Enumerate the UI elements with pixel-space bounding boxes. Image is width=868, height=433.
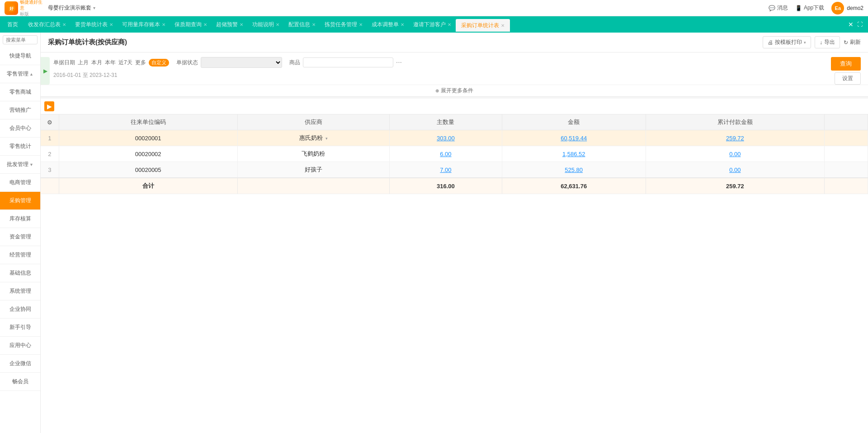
settings-gear-icon: ⚙ bbox=[47, 119, 52, 126]
shortcut-shangyue[interactable]: 上月 bbox=[78, 59, 89, 67]
query-btn[interactable]: 查询 bbox=[831, 57, 861, 71]
caigouguanli-label: 采购管理 bbox=[9, 197, 31, 205]
tab-gongneng-close-icon[interactable]: ✕ bbox=[276, 22, 279, 27]
expand-more-label: 展开更多条件 bbox=[441, 87, 473, 95]
sidebar-item-jichuxinxi[interactable]: 基础信息 bbox=[0, 264, 40, 282]
shortcut-benyue[interactable]: 本月 bbox=[91, 59, 102, 67]
sidebar-item-xinshouyindao[interactable]: 新手引导 bbox=[0, 319, 40, 337]
cell-amount-2[interactable]: 1,586.52 bbox=[502, 146, 646, 162]
avatar: Ea bbox=[831, 2, 844, 14]
print-btn[interactable]: 🖨 按模板打印 ▾ bbox=[763, 36, 811, 48]
user-area[interactable]: Ea demo2 bbox=[831, 2, 863, 14]
arrow-expand-btn[interactable]: ▶ bbox=[44, 101, 54, 111]
shortcut-bennian[interactable]: 本年 bbox=[105, 59, 116, 67]
app-download-btn[interactable]: 📱 App下载 bbox=[795, 4, 824, 12]
jichuxinxi-label: 基础信息 bbox=[9, 269, 31, 277]
cell-qty-2[interactable]: 6.00 bbox=[390, 146, 502, 162]
close-tab-icon[interactable]: ✕ bbox=[848, 21, 854, 28]
goods-filter: 商品 ··· bbox=[289, 57, 402, 67]
sidebar-item-yingxiao[interactable]: 营销推广 bbox=[0, 101, 40, 119]
filter-right-actions: 查询 设置 bbox=[824, 57, 868, 85]
col-supplier-header: 供应商 bbox=[237, 114, 389, 130]
filter-collapse-toggle[interactable]: ▶ bbox=[41, 57, 50, 85]
sidebar-item-yingyongzhongxin[interactable]: 应用中心 bbox=[0, 337, 40, 355]
sidebar-item-changhyueyuan[interactable]: 畅会员 bbox=[0, 373, 40, 391]
tab-peizhixinxi[interactable]: 配置信息 ✕ bbox=[284, 18, 320, 31]
lingshiguanli-label: 零售管理 bbox=[7, 70, 28, 78]
cell-qty-3[interactable]: 7.00 bbox=[390, 162, 502, 178]
tab-peizhixinxi-close-icon[interactable]: ✕ bbox=[312, 22, 316, 27]
search-input[interactable] bbox=[3, 35, 38, 44]
tab-jianhuo[interactable]: 拣货任务管理 ✕ bbox=[320, 18, 367, 31]
tab-gongneng-label: 功能说明 bbox=[252, 21, 274, 29]
workspace-selector[interactable]: 母婴行业演示账套 ▾ bbox=[48, 4, 95, 12]
shortcut-gengduo[interactable]: 更多 bbox=[135, 59, 146, 67]
goods-input[interactable] bbox=[303, 57, 393, 67]
tab-baozhiqi[interactable]: 保质期查询 ✕ bbox=[170, 18, 212, 31]
col-settings-header[interactable]: ⚙ bbox=[41, 114, 59, 130]
tab-caigou-label: 采购订单统计表 bbox=[461, 22, 499, 29]
tab-chaochuyujing-close-icon[interactable]: ✕ bbox=[240, 22, 243, 27]
status-label: 单据状态 bbox=[176, 59, 198, 67]
query-label: 查询 bbox=[840, 60, 852, 67]
sidebar-item-lingsheishangcheng[interactable]: 零售商城 bbox=[0, 83, 40, 101]
tab-yaoqing-close-icon[interactable]: ✕ bbox=[448, 22, 451, 27]
tab-home[interactable]: 首页 bbox=[2, 18, 24, 31]
tab-baozhiqi-close-icon[interactable]: ✕ bbox=[203, 22, 207, 27]
sidebar-item-zijinguanli[interactable]: 资金管理 bbox=[0, 228, 40, 246]
refresh-btn[interactable]: ↻ 刷新 bbox=[844, 38, 861, 46]
sidebar-item-caigou-active[interactable]: 采购管理 bbox=[0, 192, 40, 210]
tab-keyongliang[interactable]: 可用量库存账本 ✕ bbox=[118, 18, 170, 31]
sidebar-item-qiyeweixin[interactable]: 企业微信 bbox=[0, 355, 40, 373]
status-select[interactable] bbox=[201, 57, 282, 68]
logo-icon: 好 bbox=[5, 1, 18, 15]
cell-paid-3[interactable]: 0.00 bbox=[646, 162, 824, 178]
footer-amount: 62,631.76 bbox=[502, 178, 646, 194]
tab-yaohuo-label: 要货单统计表 bbox=[75, 21, 108, 29]
sidebar-item-xitongguanli[interactable]: 系统管理 bbox=[0, 282, 40, 300]
maximize-tab-icon[interactable]: ⛶ bbox=[857, 21, 863, 28]
settings-btn[interactable]: 设置 bbox=[835, 72, 861, 85]
tab-jianhuo-close-icon[interactable]: ✕ bbox=[359, 22, 363, 27]
tab-keyongliang-close-icon[interactable]: ✕ bbox=[162, 22, 165, 27]
shortcut-jin7tian[interactable]: 近7天 bbox=[118, 59, 132, 67]
tab-chaochuyujing[interactable]: 超储预警 ✕ bbox=[212, 18, 248, 31]
cell-paid-2[interactable]: 0.00 bbox=[646, 146, 824, 162]
message-btn[interactable]: 💬 消息 bbox=[769, 4, 788, 12]
tab-yaohuo[interactable]: 要货单统计表 ✕ bbox=[71, 18, 118, 31]
tab-shoufacun-close-icon[interactable]: ✕ bbox=[62, 22, 66, 27]
export-icon: ↓ bbox=[820, 39, 822, 46]
tab-caigou-active[interactable]: 采购订单统计表 ✕ bbox=[456, 19, 510, 32]
sidebar-item-pifaguanli[interactable]: 批发管理 ▼ bbox=[0, 156, 40, 174]
cell-num-1: 1 bbox=[41, 130, 59, 146]
tab-yaoqing[interactable]: 邀请下游客户 ✕ bbox=[409, 18, 456, 31]
tab-yaohuo-close-icon[interactable]: ✕ bbox=[109, 22, 113, 27]
sidebar-item-kucunhesuan[interactable]: 库存核算 bbox=[0, 210, 40, 228]
nav-tabs-bar: 首页 收发存汇总表 ✕ 要货单统计表 ✕ 可用量库存账本 ✕ 保质期查询 ✕ 超… bbox=[0, 16, 868, 33]
sidebar-item-qiyexietong[interactable]: 企业协同 bbox=[0, 300, 40, 319]
goods-more-icon[interactable]: ··· bbox=[396, 58, 402, 67]
table-container: ⚙ 往来单位编码 供应商 主数量 金额 累计付款金额 1 00020001 bbox=[41, 114, 868, 433]
tab-caigou-close-icon[interactable]: ✕ bbox=[501, 23, 505, 28]
cell-paid-1[interactable]: 259.72 bbox=[646, 130, 824, 146]
sidebar-item-huiyuan[interactable]: 会员中心 bbox=[0, 119, 40, 138]
cell-amount-1[interactable]: 60,519.44 bbox=[502, 130, 646, 146]
tab-chengbentiaozhendan-close-icon[interactable]: ✕ bbox=[401, 22, 404, 27]
tab-yaoqing-label: 邀请下游客户 bbox=[413, 21, 446, 29]
cell-extra-2 bbox=[825, 146, 868, 162]
nav-tabs-end: ✕ ⛶ bbox=[844, 21, 866, 28]
tab-shoufacun[interactable]: 收发存汇总表 ✕ bbox=[24, 18, 71, 31]
export-btn[interactable]: ↓ 导出 bbox=[815, 36, 840, 48]
cell-num-3: 3 bbox=[41, 162, 59, 178]
filter-section: ▶ 单据日期 上月 本月 本年 近7天 更多 自定义 bbox=[41, 52, 868, 97]
expand-more-btn[interactable]: ⊕ 展开更多条件 bbox=[435, 87, 473, 95]
cell-amount-3[interactable]: 525.80 bbox=[502, 162, 646, 178]
sidebar-item-lingshitongji[interactable]: 零售统计 bbox=[0, 138, 40, 156]
tab-chengbentiaozhendan[interactable]: 成本调整单 ✕ bbox=[367, 18, 409, 31]
cell-qty-1[interactable]: 303.00 bbox=[390, 130, 502, 146]
sidebar-item-jingyingguanli[interactable]: 经营管理 bbox=[0, 246, 40, 264]
tab-gongneng[interactable]: 功能说明 ✕ bbox=[248, 18, 284, 31]
sidebar-item-dianshang[interactable]: 电商管理 bbox=[0, 174, 40, 192]
sidebar-item-lingshiguanli[interactable]: 零售管理 ▲ bbox=[0, 65, 40, 83]
status-filter: 单据状态 bbox=[176, 57, 282, 68]
